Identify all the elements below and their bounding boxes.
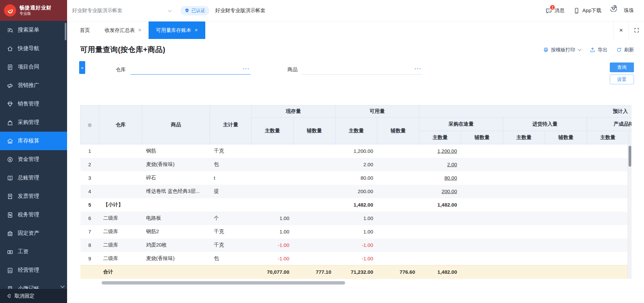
- warehouse-input[interactable]: [130, 67, 241, 72]
- col-header-main-qty: 主数量: [335, 118, 377, 144]
- cell-avail_aux: [377, 171, 419, 185]
- chevron-down-icon: [578, 47, 581, 51]
- close-tab-icon[interactable]: ×: [195, 28, 198, 33]
- column-settings-button[interactable]: [80, 105, 99, 144]
- sidebar-item-contracts[interactable]: 项目合同: [0, 58, 67, 76]
- salary-icon: [7, 249, 13, 255]
- sidebar-item-sales[interactable]: 销售管理: [0, 95, 67, 113]
- close-current-tab-button[interactable]: ×: [613, 21, 629, 39]
- close-tab-icon[interactable]: ×: [138, 28, 141, 33]
- col-group-expected-in: 预计入: [419, 105, 632, 118]
- page-content: 可用量查询(按仓库+商品) 按模板打印 导出 刷新: [67, 39, 644, 303]
- cell-purch_main: 1,482.00: [419, 198, 461, 212]
- sidebar-item-purchase[interactable]: 采购管理: [0, 113, 67, 132]
- query-button[interactable]: 查询: [610, 62, 634, 72]
- warehouse-label: 仓库: [116, 64, 126, 75]
- col-header-aux-qty: 辅数量: [293, 118, 335, 144]
- cell-recv_aux: [545, 212, 587, 225]
- product-input[interactable]: [302, 67, 413, 72]
- sidebar-item-label: 销售管理: [18, 100, 39, 107]
- cell-fin_main: [587, 212, 629, 225]
- cell-purch_aux: [461, 144, 503, 158]
- shield-check-icon: [184, 8, 190, 13]
- cell-fin_main: [587, 158, 629, 171]
- cell-exist_main: 70,077.00: [252, 265, 293, 279]
- cell-fin_main: [587, 225, 629, 239]
- tab-label: 首页: [80, 27, 90, 34]
- account-set-name: 好业财专业版演示帐套: [215, 7, 266, 14]
- cell-purch_main: [419, 252, 461, 265]
- col-header-aux-qty: 辅数量: [629, 131, 632, 144]
- sidebar-item-tax[interactable]: 税务管理: [0, 206, 67, 224]
- sidebar-item-funds[interactable]: 资金管理: [0, 150, 67, 169]
- vertical-scrollbar-thumb[interactable]: [629, 146, 631, 167]
- cell-fin_main: [587, 252, 629, 265]
- cell-avail_main: 1.00: [335, 225, 377, 239]
- table-horizontal-scrollbar[interactable]: [80, 281, 632, 285]
- filter-expand-toggle[interactable]: »: [79, 61, 85, 74]
- cell-recv_main: [503, 265, 545, 279]
- horizontal-scrollbar-thumb[interactable]: [102, 281, 345, 285]
- sidebar-scrollbar-thumb[interactable]: [65, 23, 66, 40]
- settings-button[interactable]: 设置: [610, 75, 634, 84]
- sidebar-item-inventory[interactable]: 库存核算: [0, 132, 67, 150]
- cell-avail_aux: [377, 212, 419, 225]
- table-vertical-scrollbar[interactable]: [628, 145, 632, 279]
- warehouse-picker-dots-icon[interactable]: ···: [241, 66, 251, 73]
- export-button[interactable]: 导出: [590, 47, 607, 53]
- cell-recv_aux: [545, 265, 587, 279]
- cell-fin_main: [587, 198, 629, 212]
- cell-exist_aux: 777.10: [293, 265, 335, 279]
- tab-available-qty-ledger[interactable]: 可用量库存账本 ×: [149, 21, 205, 39]
- account-set-dropdown[interactable]: 好业财专业版演示帐套: [72, 7, 171, 14]
- home-icon: [7, 45, 13, 52]
- user-menu[interactable]: 珠珠: [610, 5, 634, 16]
- fullscreen-button[interactable]: [629, 21, 644, 39]
- close-icon: ×: [619, 27, 623, 34]
- cell-product: 碎石: [142, 171, 210, 185]
- tab-home[interactable]: 首页: [72, 21, 97, 39]
- refresh-label: 刷新: [624, 47, 634, 53]
- contract-icon: [7, 64, 13, 71]
- sidebar-item-search[interactable]: 搜索菜单: [0, 21, 67, 39]
- cell-unit: [210, 265, 252, 279]
- tab-inout-summary[interactable]: 收发存汇总表 ×: [97, 21, 149, 39]
- cell-purch_main: 1,200.00: [419, 144, 461, 158]
- cell-no: 9: [80, 252, 99, 265]
- sidebar-item-operations[interactable]: 经营管理: [0, 261, 67, 279]
- cell-fin_main: [587, 239, 629, 252]
- cell-exist_main: [252, 198, 293, 212]
- print-by-template-button[interactable]: 按模板打印: [543, 47, 581, 53]
- unpin-sidebar-button[interactable]: 取消固定: [0, 289, 67, 303]
- app-download-button[interactable]: App下载: [573, 7, 601, 14]
- top-bar: 好业财专业版演示帐套 已认证 好业财专业版演示帐套 1 消息 App: [67, 0, 644, 21]
- operations-icon: [7, 267, 13, 274]
- sidebar-item-ledger[interactable]: 总账管理: [0, 169, 67, 187]
- sidebar-item-marketing[interactable]: 营销推广: [0, 76, 67, 95]
- cell-avail_main: -1.00: [335, 252, 377, 265]
- cell-avail_aux: [377, 225, 419, 239]
- export-label: 导出: [598, 47, 607, 53]
- cell-unit: 包: [210, 158, 252, 171]
- cell-unit: 千克: [210, 144, 252, 158]
- cell-product: 麦烧(香辣味): [142, 252, 210, 265]
- user-avatar: [610, 5, 622, 16]
- tab-bar: 首页 收发存汇总表 × 可用量库存账本 × ×: [67, 21, 644, 39]
- drilldown-link[interactable]: 200.00: [442, 188, 457, 194]
- drilldown-link[interactable]: 2.00: [447, 162, 457, 167]
- product-picker-dots-icon[interactable]: ···: [413, 66, 422, 73]
- cell-no: 7: [80, 225, 99, 239]
- refresh-button[interactable]: 刷新: [616, 47, 634, 53]
- sidebar-item-bookkeeping[interactable]: 小微记账: [0, 279, 67, 289]
- messages-button[interactable]: 1 消息: [545, 7, 565, 14]
- sidebar-item-quick-nav[interactable]: 快捷导航: [0, 39, 67, 58]
- col-header-main-qty: 主数量: [587, 131, 629, 144]
- sidebar-item-invoice[interactable]: 发票管理: [0, 187, 67, 206]
- drilldown-link[interactable]: 1,200.00: [437, 148, 457, 154]
- sidebar-item-label: 小微记账: [18, 285, 39, 289]
- drilldown-link[interactable]: 80.00: [444, 175, 457, 181]
- sidebar-item-assets[interactable]: 固定资产: [0, 224, 67, 243]
- cell-recv_aux: [545, 252, 587, 265]
- sidebar-item-label: 总账管理: [18, 174, 39, 181]
- sidebar-item-salary[interactable]: 工资: [0, 243, 67, 261]
